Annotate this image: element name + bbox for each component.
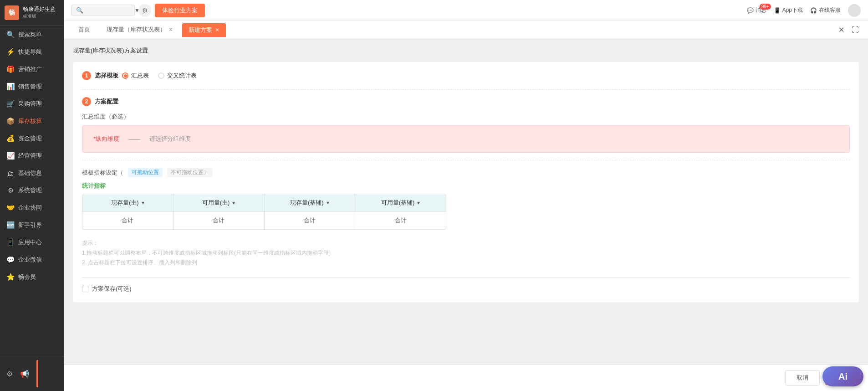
col-body-1: 合计 — [174, 212, 265, 229]
messages-btn[interactable]: 💬 消息 99+ — [747, 6, 766, 14]
col-header-2[interactable]: 现存量(基辅) ▾ — [265, 194, 356, 211]
sidebar-item-wechat[interactable]: 💬 企业微信 — [0, 251, 64, 268]
search-box[interactable]: 🔍 ▼ — [71, 5, 135, 16]
app-download-btn[interactable]: 📱 App下载 — [774, 6, 803, 14]
sidebar-item-label: 经营管理 — [18, 152, 42, 160]
sidebar-item-inventory[interactable]: 📦 库存核算 — [0, 113, 64, 130]
sidebar-item-label: 快捷导航 — [18, 48, 42, 56]
topbar-right: 💬 消息 99+ 📱 App下载 🎧 在线客服 — [747, 4, 861, 17]
headset-icon: 🎧 — [810, 7, 817, 14]
sidebar-item-label: 资金管理 — [18, 134, 42, 143]
sidebar-item-label: 企业微信 — [18, 256, 42, 264]
dimension-vertical-label: *纵向维度 — [93, 135, 119, 143]
logo-icon: 畅 — [5, 5, 19, 20]
col-chevron-0[interactable]: ▾ — [142, 200, 144, 206]
finance-icon: 💰 — [6, 134, 15, 143]
sidebar-item-base-info[interactable]: 🗂 基础信息 — [0, 165, 64, 182]
not-draggable-tag: 不可拖动位置） — [167, 168, 213, 177]
sidebar-item-system[interactable]: ⚙ 系统管理 — [0, 182, 64, 199]
step1-section: 1 选择模板 汇总表 交叉统计表 — [82, 71, 850, 80]
draggable-tag: 可拖动位置 — [128, 168, 163, 177]
sales-icon: 📊 — [6, 82, 15, 91]
dimension-dash: —— — [128, 136, 140, 143]
ai-fab-label: Ai — [838, 371, 848, 382]
sidebar-item-sales[interactable]: 📊 销售管理 — [0, 78, 64, 95]
settings-card: 1 选择模板 汇总表 交叉统计表 — [73, 62, 859, 302]
tab-home[interactable]: 首页 — [71, 22, 97, 38]
radio-summary-table[interactable]: 汇总表 — [122, 72, 149, 80]
sidebar-item-label: 搜索菜单 — [18, 31, 42, 39]
col-chevron-3[interactable]: ▾ — [417, 200, 420, 206]
page-title: 现存量(库存状况表)方案设置 — [73, 46, 859, 55]
radio-cross-indicator — [158, 72, 164, 79]
enterprise-icon: 🤝 — [6, 204, 15, 212]
dimension-box[interactable]: *纵向维度 —— 请选择分组维度 — [82, 125, 850, 153]
user-avatar[interactable] — [848, 4, 861, 17]
tab-new-close[interactable]: ✕ — [215, 27, 220, 33]
save-option-label: 方案保存(可选) — [92, 285, 132, 293]
sidebar-item-operations[interactable]: 📈 经营管理 — [0, 147, 64, 165]
divider-1 — [82, 89, 850, 90]
sidebar-item-label: 基础信息 — [18, 169, 42, 177]
col-body-0: 合计 — [82, 212, 174, 229]
step1-title: 选择模板 — [95, 72, 118, 80]
sidebar-item-finance[interactable]: 💰 资金管理 — [0, 130, 64, 147]
sidebar-nav: 🔍 搜索菜单 ⚡ 快捷导航 🎁 营销推广 📊 销售管理 🛒 采购管理 📦 库存核… — [0, 26, 64, 356]
sidebar-item-member[interactable]: ⭐ 畅会员 — [0, 268, 64, 286]
radio-cross-table[interactable]: 交叉统计表 — [158, 72, 197, 80]
close-tab-btn[interactable]: ✕ — [837, 25, 846, 35]
tabs-bar: 首页 现存量（库存状况表） ✕ 新建方案 ✕ ✕ ⛶ — [64, 21, 868, 39]
marketing-icon: 🎁 — [6, 65, 15, 73]
radio-cross-label: 交叉统计表 — [167, 72, 197, 80]
inventory-icon: 📦 — [6, 117, 15, 125]
sidebar-item-guide[interactable]: 🆕 新手引导 — [0, 216, 64, 234]
cancel-button[interactable]: 取消 — [785, 370, 820, 386]
speaker-icon[interactable]: 📢 — [20, 370, 29, 378]
template-radio-group: 汇总表 交叉统计表 — [122, 72, 197, 80]
search-icon: 🔍 — [6, 31, 15, 39]
trial-btn[interactable]: 体验行业方案 — [155, 4, 205, 17]
ai-fab-button[interactable]: Ai — [822, 366, 863, 386]
phone-icon: 📱 — [774, 7, 781, 14]
sidebar-item-app-center[interactable]: 📱 应用中心 — [0, 234, 64, 251]
col-label-0: 现存量(主) — [111, 199, 139, 207]
tab-inventory-label: 现存量（库存状况表） — [107, 26, 166, 34]
sidebar-item-enterprise[interactable]: 🤝 企业协同 — [0, 199, 64, 216]
app-name: 畅康通好生意 — [23, 6, 56, 13]
sidebar-item-label: 采购管理 — [18, 100, 42, 108]
col-chevron-2[interactable]: ▾ — [327, 200, 329, 206]
save-option-row: 方案保存(可选) — [82, 277, 850, 293]
col-header-0[interactable]: 现存量(主) ▾ — [82, 194, 174, 211]
guide-icon: 🆕 — [6, 221, 15, 229]
save-checkbox[interactable] — [82, 286, 88, 292]
sidebar-item-quick-nav[interactable]: ⚡ 快捷导航 — [0, 43, 64, 61]
col-chevron-1[interactable]: ▾ — [232, 200, 235, 206]
sidebar-item-marketing[interactable]: 🎁 营销推广 — [0, 61, 64, 78]
hint-box: 提示： 1.拖动标题栏可以调整布局，不可跨维度或指标区域拖动列标段(只能在同一维… — [82, 238, 850, 268]
sidebar-item-purchase[interactable]: 🛒 采购管理 — [0, 95, 64, 113]
sidebar-item-label: 企业协同 — [18, 204, 42, 212]
metrics-config-label: 模板指标设定（ — [82, 169, 123, 177]
stats-table-header: 现存量(主) ▾ 可用量(主) ▾ 现存量(基辅) ▾ 可用量(基辅) — [82, 194, 446, 211]
system-icon: ⚙ — [6, 186, 15, 195]
purchase-icon: 🛒 — [6, 100, 15, 108]
search-input[interactable] — [86, 7, 132, 14]
tab-new-scheme[interactable]: 新建方案 ✕ — [182, 23, 226, 37]
step2-num: 2 — [82, 97, 91, 106]
wechat-icon: 💬 — [6, 256, 15, 264]
col-header-3[interactable]: 可用量(基辅) ▾ — [355, 194, 446, 211]
quick-nav-icon: ⚡ — [6, 48, 15, 56]
col-label-1: 可用量(主) — [202, 199, 230, 207]
topbar-settings-btn[interactable]: ⚙ — [138, 4, 151, 17]
online-service-btn[interactable]: 🎧 在线客服 — [810, 6, 841, 14]
settings-footer-icon[interactable]: ⚙ — [6, 370, 13, 378]
metrics-label-row: 模板指标设定（ 可拖动位置 不可拖动位置） — [82, 168, 850, 177]
sidebar-item-label: 营销推广 — [18, 65, 42, 73]
dimension-placeholder: 请选择分组维度 — [149, 135, 191, 143]
expand-tab-btn[interactable]: ⛶ — [850, 25, 861, 35]
content-area: 现存量(库存状况表)方案设置 1 选择模板 汇总表 交叉统计表 — [64, 39, 868, 364]
sidebar-item-search[interactable]: 🔍 搜索菜单 — [0, 26, 64, 43]
col-header-1[interactable]: 可用量(主) ▾ — [174, 194, 265, 211]
tab-inventory-close[interactable]: ✕ — [168, 26, 173, 33]
tab-inventory[interactable]: 现存量（库存状况表） ✕ — [99, 22, 180, 38]
